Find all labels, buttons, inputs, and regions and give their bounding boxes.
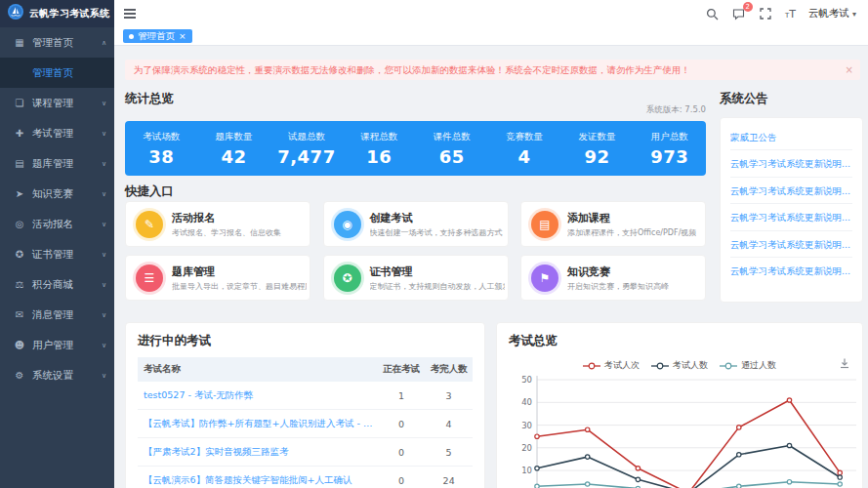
- chevron-down-icon: ∨: [102, 221, 106, 228]
- sidebar-item-11[interactable]: ⚙系统设置∨: [0, 360, 114, 390]
- quick-card[interactable]: ✎活动报名考试报名、学习报名、信息收集: [125, 201, 310, 247]
- sidebar-item-6[interactable]: ◎活动报名∨: [0, 209, 114, 239]
- quick-entry-grid: ✎活动报名考试报名、学习报名、信息收集◉创建考试快速创建一场考试，支持多种选题方…: [125, 201, 706, 301]
- sidebar-subitem[interactable]: 管理首页: [0, 58, 114, 88]
- chevron-down-icon: ▾: [852, 10, 856, 19]
- quick-card-desc: 快速创建一场考试，支持多种选题方式: [370, 227, 503, 238]
- signup-icon: ◎: [13, 219, 26, 229]
- stat-value: 38: [125, 146, 197, 167]
- exam-finished-count: 3: [425, 382, 473, 410]
- chevron-down-icon: ∨: [102, 372, 106, 380]
- sidebar-item-5[interactable]: ➤知识竞赛∨: [0, 179, 114, 209]
- chevron-down-icon: ∨: [102, 311, 106, 319]
- announcement-link[interactable]: 云帆学习考试系统更新说明...: [730, 258, 852, 283]
- hamburger-icon[interactable]: [124, 7, 136, 20]
- quick-card[interactable]: ▤添加课程添加课程课件，支持Office/PDF/视频: [520, 201, 706, 247]
- quick-card[interactable]: ☰题库管理批量导入导出，设定章节、题目难易程度: [125, 255, 310, 301]
- warning-text: 为了保障演示系统的稳定性，重要演示数据无法修改和删除，您可以添加新的数据来体验！…: [134, 64, 690, 75]
- exam-finished-count: 24: [425, 467, 473, 488]
- stat-value: 4: [488, 146, 560, 167]
- tab-active-dot: [129, 34, 134, 39]
- stat-value: 92: [560, 146, 633, 167]
- search-icon[interactable]: [706, 7, 720, 20]
- download-icon[interactable]: [839, 354, 850, 373]
- sidebar-item-2[interactable]: ❏课程管理∨: [0, 88, 114, 118]
- table-row: test0527 - 考试-无防作弊13: [138, 382, 473, 410]
- announcement-link[interactable]: 蒙威卫公告: [730, 124, 852, 150]
- message-bell-icon[interactable]: 2: [732, 7, 746, 20]
- legend-item[interactable]: 通过人数: [720, 359, 776, 372]
- sidebar-item-7[interactable]: ✪证书管理∨: [0, 239, 114, 269]
- quick-card-title: 添加课程: [567, 211, 696, 225]
- competition-icon: ⚑: [531, 264, 558, 292]
- announcement-link[interactable]: 云帆学习考试系统更新说明...: [730, 204, 852, 230]
- tab-bar: 管理首页 ×: [114, 27, 868, 46]
- sidebar-item-1[interactable]: ▦管理首页∧: [0, 27, 114, 58]
- exam-taking-count: 0: [378, 467, 426, 488]
- chevron-down-icon: ∨: [102, 100, 106, 107]
- legend-item[interactable]: 考试人数: [651, 359, 708, 372]
- competition-icon: ➤: [13, 188, 26, 199]
- quick-card-title: 证书管理: [370, 264, 505, 279]
- announcement-link[interactable]: 云帆学习考试系统更新说明...: [730, 231, 852, 258]
- fullscreen-icon[interactable]: [759, 7, 772, 20]
- exam-name-link[interactable]: 【云帆考试】防作弊+所有题型+人脸识别进入考试 - 考试: [138, 410, 378, 438]
- app-title: 云帆学习考试系统: [29, 7, 109, 20]
- signup-icon: ✎: [136, 211, 163, 238]
- quick-card[interactable]: ⚑知识竞赛开启知识竞赛，勇攀知识高峰: [520, 255, 706, 301]
- announcement-link[interactable]: 云帆学习考试系统更新说明...: [730, 178, 852, 204]
- exam-overview-panel: 考试总览 考试人次考试人数通过人数 1020304050: [496, 322, 863, 488]
- stat-value: 42: [197, 146, 269, 167]
- announcement-link[interactable]: 云帆学习考试系统更新说明...: [730, 150, 852, 177]
- stat-label: 课件总数: [416, 131, 488, 143]
- tab-dashboard[interactable]: 管理首页 ×: [123, 29, 192, 43]
- announcements-panel: 蒙威卫公告云帆学习考试系统更新说明...云帆学习考试系统更新说明...云帆学习考…: [720, 117, 863, 303]
- announcements-title: 系统公告: [720, 91, 768, 107]
- chevron-down-icon: ∨: [102, 160, 106, 168]
- exam-name-link[interactable]: test0527 - 考试-无防作弊: [138, 382, 378, 410]
- stat-label: 课程总数: [343, 131, 415, 143]
- font-size-icon[interactable]: TT: [785, 8, 796, 20]
- add-course-icon: ▤: [531, 211, 558, 238]
- question-bank-icon: ☰: [136, 264, 163, 292]
- quick-card-title: 创建考试: [370, 211, 503, 225]
- exam-name-link[interactable]: 【严肃考试2】实时音视频三路监考: [138, 438, 378, 467]
- user-name: 云帆考试: [808, 7, 849, 20]
- quick-card-text: 知识竞赛开启知识竞赛，勇攀知识高峰: [567, 264, 669, 292]
- svg-text:50: 50: [521, 375, 532, 385]
- sidebar-item-label: 题库管理: [32, 157, 102, 171]
- stat-item: 试题总数7,477: [270, 131, 343, 167]
- close-icon[interactable]: ×: [846, 60, 853, 80]
- sidebar-item-3[interactable]: ✚考试管理∨: [0, 118, 114, 148]
- exam-name-link[interactable]: 【云帆演示6】简答题按关键字智能批阅+人工确认: [138, 467, 378, 488]
- table-row: 【云帆演示6】简答题按关键字智能批阅+人工确认024: [138, 467, 473, 488]
- sidebar-item-8[interactable]: ⚖积分商城∨: [0, 269, 114, 300]
- quick-card-text: 题库管理批量导入导出，设定章节、题目难易程度: [172, 264, 307, 292]
- certificate-icon: ✪: [334, 264, 361, 292]
- table-row: 【严肃考试2】实时音视频三路监考05: [138, 438, 473, 467]
- quick-card[interactable]: ◉创建考试快速创建一场考试，支持多种选题方式: [323, 201, 509, 247]
- quick-card-title: 题库管理: [172, 264, 307, 279]
- settings-icon: ⚙: [13, 370, 26, 381]
- legend-item[interactable]: 考试人次: [583, 359, 640, 372]
- sidebar-item-9[interactable]: ✉消息管理∨: [0, 300, 114, 330]
- question-bank-icon: ▤: [13, 158, 26, 169]
- sidebar-item-4[interactable]: ▤题库管理∨: [0, 148, 114, 179]
- stat-label: 试题总数: [270, 131, 343, 143]
- quick-card-title: 活动报名: [172, 211, 281, 225]
- svg-text:10: 10: [521, 466, 532, 475]
- demo-warning-banner: 为了保障演示系统的稳定性，重要演示数据无法修改和删除，您可以添加新的数据来体验！…: [125, 60, 860, 80]
- sidebar-item-10[interactable]: ☻用户管理∨: [0, 330, 114, 360]
- ongoing-exams-title: 进行中的考试: [138, 333, 473, 349]
- user-dropdown[interactable]: 云帆考试 ▾: [808, 7, 856, 20]
- chevron-down-icon: ∨: [102, 342, 106, 349]
- legend-label: 考试人数: [673, 359, 708, 372]
- exam-finished-count: 5: [425, 438, 473, 467]
- header-actions: 2 TT 云帆考试 ▾: [706, 7, 868, 20]
- chevron-down-icon: ∨: [102, 281, 106, 289]
- tab-close-icon[interactable]: ×: [179, 32, 186, 41]
- sidebar-menu: ▦管理首页∧管理首页❏课程管理∨✚考试管理∨▤题库管理∨➤知识竞赛∨◎活动报名∨…: [0, 27, 114, 390]
- chevron-down-icon: ∨: [102, 251, 106, 259]
- quick-card[interactable]: ✪证书管理定制证书，支持规则自动发放，人工颁发: [323, 255, 509, 301]
- svg-text:30: 30: [521, 421, 532, 430]
